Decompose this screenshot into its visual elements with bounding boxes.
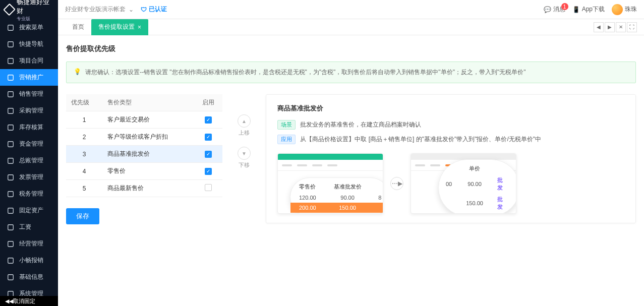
sidebar-item-14[interactable]: 小畅报销 xyxy=(0,252,58,269)
enable-checkbox[interactable]: ✓ xyxy=(205,134,212,141)
search-icon xyxy=(7,24,14,31)
box-icon xyxy=(7,124,14,131)
tax-icon xyxy=(7,191,14,198)
user-name: 珠珠 xyxy=(625,5,637,14)
ledger-icon xyxy=(7,157,14,164)
move-down-button[interactable]: ▼ xyxy=(238,147,251,160)
sidebar-item-label: 采购管理 xyxy=(19,106,43,115)
svg-rect-14 xyxy=(8,258,14,263)
save-button[interactable]: 保存 xyxy=(66,208,99,224)
sidebar-item-label: 税务管理 xyxy=(19,190,43,198)
sys-icon xyxy=(7,290,14,296)
enable-checkbox[interactable]: ✓ xyxy=(205,168,212,175)
fullscreen-button[interactable]: ⛶ xyxy=(627,22,637,32)
sidebar-item-9[interactable]: 发票管理 xyxy=(0,169,58,186)
account-selector[interactable]: 好业财专业版演示帐套 ⌄ xyxy=(65,5,134,14)
logo-icon xyxy=(3,4,16,16)
sidebar-item-15[interactable]: 基础信息 xyxy=(0,269,58,285)
pin-toggle[interactable]: ◀◀ 取消固定 xyxy=(0,296,58,306)
svg-rect-9 xyxy=(8,174,14,180)
move-up-button[interactable]: ▲ xyxy=(238,114,251,128)
page-title: 售价提取优先级 xyxy=(66,44,636,53)
tab-next-button[interactable]: ▶ xyxy=(605,22,615,32)
svg-rect-12 xyxy=(8,224,14,230)
svg-rect-0 xyxy=(8,25,14,30)
sidebar-item-11[interactable]: 固定资产 xyxy=(0,202,58,219)
home-icon xyxy=(7,41,14,48)
enable-checkbox[interactable] xyxy=(205,184,212,191)
tab-0[interactable]: 首页 xyxy=(65,19,91,35)
arrow-icon: ⋯▶ xyxy=(390,177,403,190)
svg-rect-4 xyxy=(8,91,14,97)
sidebar-item-12[interactable]: 工资 xyxy=(0,219,58,235)
sidebar-item-label: 工资 xyxy=(19,223,31,231)
svg-rect-8 xyxy=(8,158,14,163)
preview-source: 零售价 基准批发价 120.0090.008 200.00150.00 xyxy=(277,153,383,214)
table-row[interactable]: 1客户最近交易价✓ xyxy=(66,111,222,129)
sidebar-item-2[interactable]: 项目合同 xyxy=(0,52,58,69)
apply-text: 从【商品价格设置】中取 [商品＋销售单位] 的"基准批发价"带入到"报价、单价/… xyxy=(300,136,541,143)
tab-close-button[interactable]: ✕ xyxy=(616,22,626,32)
hint-text: 请您确认：选项设置--销售设置 "您在制作商品标准销售报价表时，是含税还是无税"… xyxy=(85,68,525,77)
sidebar-item-13[interactable]: 经营管理 xyxy=(0,235,58,252)
svg-rect-5 xyxy=(8,108,14,113)
tab-1[interactable]: 售价提取设置× xyxy=(91,19,148,35)
user-menu[interactable]: 珠珠 xyxy=(612,4,637,15)
avatar xyxy=(612,4,623,15)
tab-prev-button[interactable]: ◀ xyxy=(594,22,604,32)
preview-target: 单价 0090.00批发9000 150.00批发1200 xyxy=(411,153,516,214)
sidebar-item-5[interactable]: 采购管理 xyxy=(0,102,58,119)
bag-icon xyxy=(7,107,14,114)
sidebar-item-label: 基础信息 xyxy=(19,273,43,281)
claim-icon xyxy=(7,257,14,264)
bulb-icon: 💡 xyxy=(74,68,81,77)
messages-button[interactable]: 💬 消息 1 xyxy=(544,5,565,14)
svg-rect-16 xyxy=(8,291,14,296)
sidebar-item-7[interactable]: 资金管理 xyxy=(0,136,58,152)
verified-badge: 🛡 已认证 xyxy=(141,5,167,14)
sidebar-item-0[interactable]: 搜索菜单 xyxy=(0,19,58,36)
scene-text: 批发业务的基准售价，在建立商品档案时确认 xyxy=(300,121,421,128)
info-icon xyxy=(7,274,14,281)
svg-rect-3 xyxy=(8,75,14,80)
receipt-icon xyxy=(7,174,14,181)
enable-checkbox[interactable]: ✓ xyxy=(205,116,212,124)
table-row[interactable]: 4零售价✓ xyxy=(66,163,222,180)
shield-icon: 🛡 xyxy=(141,6,147,13)
table-row[interactable]: 3商品基准批发价✓ xyxy=(66,146,222,163)
sidebar-item-1[interactable]: 快捷导航 xyxy=(0,36,58,52)
sidebar-item-8[interactable]: 总账管理 xyxy=(0,152,58,169)
sidebar: 畅捷通好业财 专业版 搜索菜单快捷导航项目合同营销推广销售管理采购管理库存核算资… xyxy=(0,0,58,306)
scene-tag: 场景 xyxy=(277,120,296,130)
svg-rect-2 xyxy=(8,58,14,64)
sidebar-item-3[interactable]: 营销推广 xyxy=(0,69,58,86)
doc-icon xyxy=(7,57,14,65)
gear-icon xyxy=(7,91,14,98)
app-download-button[interactable]: 📱 App下载 xyxy=(572,5,605,14)
table-row[interactable]: 5商品最新售价 xyxy=(66,180,222,197)
col-enable: 启用 xyxy=(194,94,222,111)
sidebar-item-label: 资金管理 xyxy=(19,140,43,148)
table-row[interactable]: 2客户等级价或客户折扣✓ xyxy=(66,129,222,146)
sidebar-item-label: 经营管理 xyxy=(19,239,43,248)
sidebar-item-label: 总账管理 xyxy=(19,156,43,165)
sidebar-item-16[interactable]: 系统管理 xyxy=(0,285,58,296)
sidebar-item-6[interactable]: 库存核算 xyxy=(0,119,58,136)
svg-rect-7 xyxy=(8,141,14,147)
detail-card: 商品基准批发价 场景 批发业务的基准售价，在建立商品档案时确认 应用 从【商品价… xyxy=(266,94,636,223)
enable-checkbox[interactable]: ✓ xyxy=(205,151,212,158)
hint-banner: 💡 请您确认：选项设置--销售设置 "您在制作商品标准销售报价表时，是含税还是无… xyxy=(66,62,636,83)
col-priority: 优先级 xyxy=(66,94,102,111)
chat-icon: 💬 xyxy=(544,6,551,13)
pay-icon xyxy=(7,224,14,231)
svg-rect-15 xyxy=(8,274,14,280)
sidebar-item-label: 小畅报销 xyxy=(19,256,43,265)
tabs-bar: 首页售价提取设置× ◀ ▶ ✕ ⛶ xyxy=(58,19,644,35)
sidebar-item-4[interactable]: 销售管理 xyxy=(0,86,58,102)
tab-close-icon[interactable]: × xyxy=(138,24,141,31)
sidebar-item-10[interactable]: 税务管理 xyxy=(0,186,58,202)
detail-title: 商品基准批发价 xyxy=(277,104,624,113)
sidebar-item-label: 销售管理 xyxy=(19,90,43,98)
coin-icon xyxy=(7,141,14,148)
nav-list: 搜索菜单快捷导航项目合同营销推广销售管理采购管理库存核算资金管理总账管理发票管理… xyxy=(0,19,58,296)
